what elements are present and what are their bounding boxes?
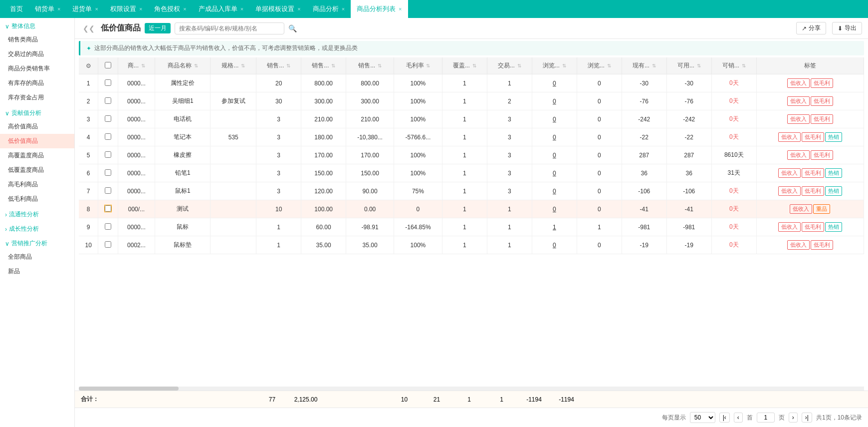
nav-item-进货单[interactable]: 进货单×	[66, 0, 104, 18]
scrollbar-thumb[interactable]	[79, 387, 179, 391]
nav-item-权限设置[interactable]: 权限设置×	[104, 0, 148, 18]
sidebar-section-整体信息[interactable]: ∨ 整体信息	[0, 18, 74, 32]
browse-link[interactable]: 0	[553, 152, 556, 159]
col-header-browse1[interactable]: 浏览... ⇅	[532, 57, 577, 74]
sidebar-item-低覆盖度商品[interactable]: 低覆盖度商品	[0, 163, 74, 177]
col-header-browse2[interactable]: 浏览... ⇅	[577, 57, 622, 74]
sidebar-item-低毛利商品[interactable]: 低毛利商品	[0, 192, 74, 206]
sidebar-item-新品[interactable]: 新品	[0, 264, 74, 279]
sidebar-item-有库存的商品[interactable]: 有库存的商品	[0, 76, 74, 90]
browse-link[interactable]: 0	[553, 80, 556, 87]
sidebar-item-高覆盖度商品[interactable]: 高覆盖度商品	[0, 148, 74, 163]
browse-link[interactable]: 0	[553, 116, 556, 123]
sort-icon-sale_qty[interactable]: ⇅	[285, 63, 290, 68]
browse-link[interactable]: 0	[553, 134, 556, 141]
collapse-button[interactable]: ❮❮	[81, 23, 97, 33]
nav-close-icon[interactable]: ×	[342, 6, 345, 12]
browse-link[interactable]: 1	[553, 224, 556, 231]
sort-icon-salable[interactable]: ⇅	[740, 63, 746, 68]
sort-icon-sale_amount2[interactable]: ⇅	[376, 63, 382, 68]
sort-icon-browse2[interactable]: ⇅	[606, 63, 611, 68]
col-header-code[interactable]: 商... ⇅	[118, 57, 155, 74]
nav-close-icon[interactable]: ×	[57, 6, 60, 12]
row-checkbox[interactable]	[105, 97, 111, 104]
col-header-coverage[interactable]: 覆盖... ⇅	[442, 57, 487, 74]
nav-close-icon[interactable]: ×	[183, 6, 186, 12]
sidebar-item-交易过的商品[interactable]: 交易过的商品	[0, 47, 74, 61]
nav-item-销货单[interactable]: 销货单×	[29, 0, 66, 18]
row-checkbox[interactable]	[105, 151, 111, 158]
row-checkbox[interactable]	[105, 241, 111, 248]
col-header-gross_rate[interactable]: 毛利率 ⇅	[394, 57, 442, 74]
sort-icon-gross_rate[interactable]: ⇅	[425, 63, 431, 68]
col-header-sale_qty[interactable]: 销售... ⇅	[256, 57, 301, 74]
nav-item-产成品入库单[interactable]: 产成品入库单×	[193, 0, 249, 18]
sidebar-item-销售类商品[interactable]: 销售类商品	[0, 32, 74, 47]
first-page-button[interactable]: |‹	[719, 413, 730, 423]
row-checkbox[interactable]	[105, 79, 111, 86]
nav-item-商品分析[interactable]: 商品分析×	[307, 0, 351, 18]
browse-link[interactable]: 0	[553, 242, 556, 249]
sort-icon-spec[interactable]: ⇅	[239, 63, 245, 68]
horizontal-scrollbar[interactable]	[79, 387, 864, 391]
sidebar-item-高毛利商品[interactable]: 高毛利商品	[0, 177, 74, 192]
sidebar-section-营销推广分析[interactable]: ∨ 营销推广分析	[0, 235, 74, 250]
col-header-name[interactable]: 商品名称 ⇅	[155, 57, 211, 74]
sidebar-item-库存资金占用[interactable]: 库存资金占用	[0, 90, 74, 105]
sidebar-item-高价值商品[interactable]: 高价值商品	[0, 119, 74, 134]
select-all-checkbox[interactable]	[105, 62, 111, 68]
sidebar-item-低价值商品[interactable]: 低价值商品	[0, 134, 74, 148]
sort-icon-trade[interactable]: ⇅	[516, 63, 521, 68]
browse-link[interactable]: 0	[553, 170, 556, 177]
tag-低毛利: 低毛利	[811, 150, 833, 160]
nav-item-首页[interactable]: 首页	[4, 0, 29, 18]
row-checkbox[interactable]	[105, 223, 111, 230]
next-page-button[interactable]: ›	[789, 413, 798, 423]
col-header-salable[interactable]: 可销... ⇅	[711, 57, 756, 74]
export-button[interactable]: ⬇ 导出	[832, 22, 862, 34]
page-input[interactable]	[757, 413, 775, 423]
filter-tag[interactable]: 近一月	[145, 23, 171, 33]
sidebar-section-成长性分析[interactable]: › 成长性分析	[0, 221, 74, 235]
sidebar-section-贡献值分析[interactable]: ∨ 贡献值分析	[0, 105, 74, 119]
search-input[interactable]	[175, 22, 284, 34]
row-checkbox[interactable]	[105, 169, 111, 176]
last-page-button[interactable]: ›|	[802, 413, 812, 423]
nav-close-icon[interactable]: ×	[139, 6, 142, 12]
sort-icon-available[interactable]: ⇅	[695, 63, 701, 68]
sort-icon-current[interactable]: ⇅	[651, 63, 656, 68]
browse-link[interactable]: 0	[553, 188, 556, 195]
col-header-trade[interactable]: 交易... ⇅	[487, 57, 532, 74]
row-checkbox[interactable]	[105, 133, 111, 140]
settings-icon[interactable]: ⚙	[86, 62, 91, 69]
sidebar-section-流通性分析[interactable]: › 流通性分析	[0, 206, 74, 221]
nav-item-商品分析列表[interactable]: 商品分析列表×	[351, 0, 408, 18]
browse-link[interactable]: 0	[553, 98, 556, 105]
browse-link[interactable]: 0	[553, 206, 556, 213]
sort-icon-code[interactable]: ⇅	[140, 63, 145, 68]
nav-close-icon[interactable]: ×	[297, 6, 300, 12]
nav-close-icon[interactable]: ×	[240, 6, 243, 12]
nav-item-单据模板设置[interactable]: 单据模板设置×	[249, 0, 306, 18]
nav-item-角色授权[interactable]: 角色授权×	[148, 0, 192, 18]
prev-page-button[interactable]: ‹	[734, 413, 743, 423]
row-checkbox[interactable]	[105, 115, 111, 122]
col-header-current[interactable]: 现有... ⇅	[622, 57, 666, 74]
col-header-sale_amount[interactable]: 销售... ⇅	[301, 57, 346, 74]
row-checkbox[interactable]	[105, 187, 111, 194]
nav-close-icon[interactable]: ×	[399, 6, 402, 12]
sort-icon-browse1[interactable]: ⇅	[561, 63, 566, 68]
page-size-select[interactable]: 50 100	[690, 412, 715, 423]
col-header-sale_amount2[interactable]: 销售... ⇅	[346, 57, 394, 74]
sidebar-item-全部商品[interactable]: 全部商品	[0, 250, 74, 264]
nav-close-icon[interactable]: ×	[95, 6, 98, 12]
row-checkbox[interactable]	[105, 205, 111, 212]
col-header-available[interactable]: 可用... ⇅	[666, 57, 711, 74]
search-icon[interactable]: 🔍	[288, 24, 297, 32]
sort-icon-name[interactable]: ⇅	[193, 63, 198, 68]
sidebar-item-商品分类销售率[interactable]: 商品分类销售率	[0, 61, 74, 76]
sort-icon-sale_amount[interactable]: ⇅	[330, 63, 335, 68]
share-button[interactable]: ↗ 分享	[796, 22, 826, 34]
sort-icon-coverage[interactable]: ⇅	[471, 63, 476, 68]
col-header-spec[interactable]: 规格... ⇅	[211, 57, 256, 74]
